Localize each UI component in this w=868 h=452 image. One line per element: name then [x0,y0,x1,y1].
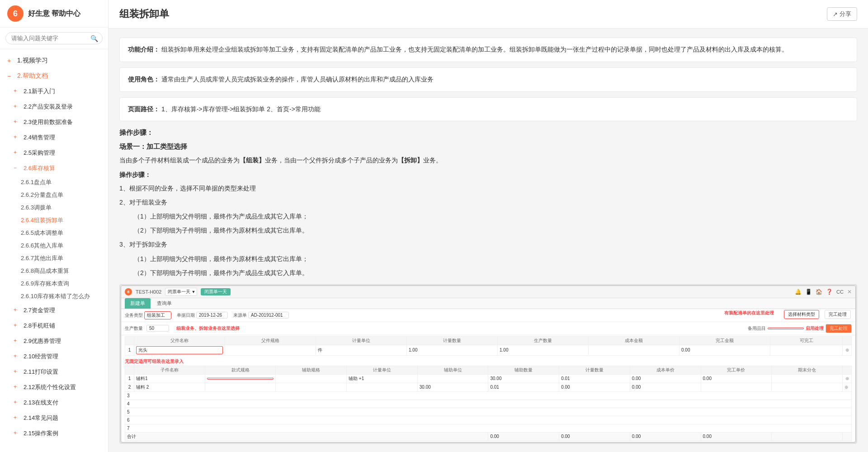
mock-refresh-btn[interactable]: 闭票单一天 [201,288,231,295]
mock-row-action-icon-3[interactable]: ⊕ [844,385,848,390]
sidebar-item-mgmt[interactable]: + 2.10经营管理 [14,349,108,364]
sidebar-item-inv4[interactable]: 2.6.4组装拆卸单 [21,214,108,227]
sidebar-item-purchase[interactable]: + 2.5采购管理 [14,145,108,161]
sidebar-item-coupon[interactable]: + 2.9优惠券管理 [14,333,108,349]
search-icon: 🔍 [90,35,98,42]
mock-backup-input[interactable] [768,328,804,329]
mock-close-icon: ✕ [847,289,852,295]
sidebar-item-inv6[interactable]: 2.6.6其他入库单 [21,239,108,252]
sidebar-item-label: 2.帮助文档 [17,72,48,80]
mock-qty-label: 生产数量 [125,325,143,332]
mock-save-btn[interactable]: 完工处理 [825,310,851,319]
sidebar-item-onlinepay[interactable]: + 2.13在线支付 [14,395,108,410]
annotation-3: 启用处理 [806,325,824,332]
info-text-role: 通常由生产人员或库管人员完成拆装业务的操作，库管人员确认原材料的出库和产成品的入… [161,76,434,83]
section-title-steps: 操作步骤： [119,128,857,137]
sidebar-item-inv1[interactable]: 2.6.1盘点单 [21,176,108,189]
mock-field-type: 业务类型 组装加工 [125,311,171,319]
expand-icon: + [14,307,21,314]
search-container: 🔍 [0,28,108,49]
sidebar-item-inv5[interactable]: 2.6.5成本调整单 [21,227,108,239]
step-2-sub: （1）上部明细为父件明细，最终作为产成品生成其它入库单； （2）下部明细为子件明… [134,211,857,236]
step-2: 2、对于组装业务 [119,197,857,208]
sidebar-item-inv2[interactable]: 2.6.2分量盘点单 [21,189,108,201]
sidebar-item-sales[interactable]: + 2.4销售管理 [14,130,108,145]
nav-list: + 1.视频学习 − 2.帮助文档 + 2.1新手入门 + [0,49,108,452]
step-2-2: （2）下部明细为子件明细，最终作为原材料生成其它出库单。 [134,225,857,236]
expand-icon: + [14,119,21,126]
sidebar-item-inv3[interactable]: 2.6.3调拨单 [21,201,108,214]
mock-logo: 6 [125,288,132,295]
mock-row-action-icon-2[interactable]: ⊕ [845,376,849,381]
table-row: 6 [125,416,852,424]
mock-row-action-icon[interactable]: ⊕ [845,347,849,352]
annotation-select-btn[interactable]: 选择材料类型 [784,310,819,319]
mock-tab-query[interactable]: 查询单 [151,298,177,309]
logo-icon: 6 [7,5,24,22]
step-3-2: （2）下部明细为子件明细，最终作为产成品生成其它入库单。 [134,267,857,279]
expand-icon: + [14,353,21,360]
mock-qty-input[interactable]: 50 [146,325,169,332]
info-block-role: 使用角色： 通常由生产人员或库管人员完成拆装业务的操作，库管人员确认原材料的出库… [119,67,857,92]
mock-tab-new[interactable]: 新建单 [125,298,151,309]
sidebar-item-label: 2.5采购管理 [24,149,55,157]
sidebar-item-newbie[interactable]: + 2.1新手入门 [14,84,108,99]
table-row: 7 [125,424,852,432]
sidebar-item-install[interactable]: + 2.2产品安装及登录 [14,99,108,114]
sidebar-item-label: 2.15操作案例 [24,429,58,438]
sidebar-item-label: 2.10经营管理 [24,352,58,361]
dropdown-arrow-icon: ▼ [192,290,196,294]
annotation-1: 有装配清单的在这里处理 [724,310,774,316]
mock-icon-app: 📱 [805,289,812,295]
table-row: 1 辅料1 辅助 +1 30.00 0.01 [125,374,852,383]
sidebar-item-inventory[interactable]: − 2.6库存核算 2.6.1盘点单 2.6.2分量盘点单 2.6.3调拨单 2… [14,161,108,303]
step-1: 1、根据不同的业务，选择不同单据的类型来处理 [119,183,857,194]
expand-icon: + [14,384,21,391]
sidebar-item-print[interactable]: + 2.11打印设置 [14,364,108,380]
sidebar-item-label: 2.9优惠券管理 [24,337,61,345]
info-label-path: 页面路径： [128,105,160,113]
scenario-title-1: 场景一：加工类型选择 [119,143,857,151]
sidebar-item-docs[interactable]: − 2.帮助文档 + 2.1新手入门 + 2.2产品安装及登录 [0,68,108,441]
search-input[interactable] [5,32,103,44]
sidebar-item-inv10[interactable]: 2.6.10库存账本错了怎么办 [21,290,108,303]
sidebar-item-cases[interactable]: + 2.15操作案例 [14,426,108,441]
table-row: 3 [125,391,852,400]
inventory-subnav: 2.6.1盘点单 2.6.2分量盘点单 2.6.3调拨单 2.6.4组装拆卸单 … [14,176,108,303]
sidebar-item-label: 2.12系统个性化设置 [24,383,76,391]
main-header: 组装拆卸单 ↗ 分享 [108,0,868,29]
info-block-intro: 功能介绍： 组装拆卸单用来处理企业组装或拆卸等加工业务，支持有固定装配清单的产品… [119,38,857,62]
sidebar-item-customize[interactable]: + 2.12系统个性化设置 [14,380,108,395]
brand-name: 好生意 帮助中心 [28,9,80,19]
share-button[interactable]: ↗ 分享 [827,7,857,21]
ops-steps-title: 操作步骤： [119,171,857,179]
annotation-2: 组装业务、拆卸业务在这里选择 [176,325,240,332]
sidebar-item-label: 2.1新手入门 [24,87,55,95]
mock-input-type[interactable]: 组装加工 [144,311,171,319]
expand-icon: + [14,88,21,95]
mock-icon-home: 🏠 [816,289,822,295]
mock-enable-btn[interactable]: 完工处理 [826,324,852,333]
mock-input-source[interactable]: AD-201912-001 [248,312,289,319]
mock-parent-item[interactable]: 光头 [136,346,223,354]
mock-field-source: 来源单 AD-201912-001 [233,312,289,319]
sidebar-item-mobile[interactable]: + 2.8手机旺铺 [14,318,108,333]
step-2-1: （1）上部明细为父件明细，最终作为产成品生成其它入库单； [134,211,857,222]
sidebar-item-faq[interactable]: + 2.14常见问题 [14,410,108,426]
sidebar-item-inv7[interactable]: 2.6.7其他出库单 [21,252,108,265]
mock-input-date[interactable]: 2019-12-26 [196,312,228,319]
expand-icon: + [14,414,21,422]
sidebar-item-label: 1.视频学习 [17,57,48,65]
sidebar-item-inv8[interactable]: 2.6.8商品成本重算 [21,265,108,277]
sidebar-item-data[interactable]: + 2.3使用前数据准备 [14,114,108,130]
expand-icon: + [14,322,21,329]
scenario-intro: 当由多个子件材料组装成一个成品的业务为【组装】业务，当由一个父件拆分成多个子产品… [119,155,857,166]
mock-sub-style[interactable] [207,378,274,380]
mock-dropdown: 闭票单一天 ▼ [165,288,197,296]
sidebar-item-inv9[interactable]: 2.6.9库存账本查询 [21,277,108,290]
sidebar-item-video[interactable]: + 1.视频学习 [0,53,108,68]
expand-icon: + [14,149,21,157]
sidebar-item-finance[interactable]: + 2.7资金管理 [14,303,108,318]
sidebar-item-label: 2.14常见问题 [24,414,58,422]
table-row: 1 光头 件 1.00 1.00 0.00 [125,345,852,355]
